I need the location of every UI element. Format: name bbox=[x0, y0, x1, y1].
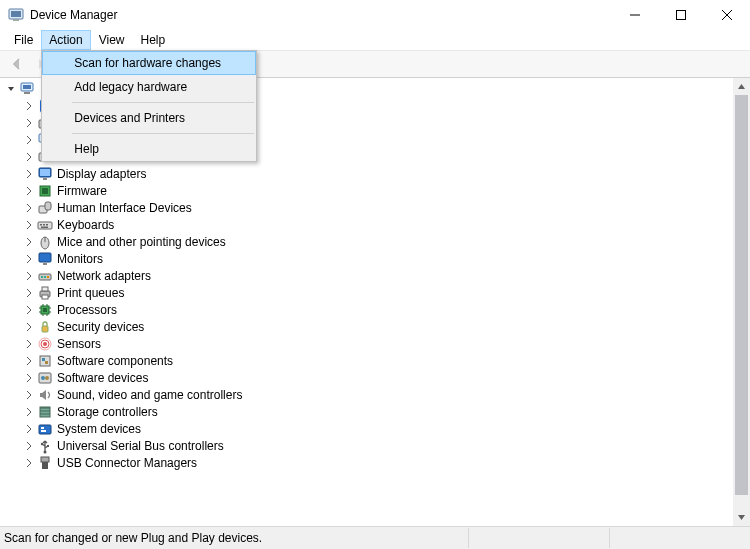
chevron-right-icon[interactable] bbox=[23, 423, 35, 435]
chevron-right-icon[interactable] bbox=[23, 287, 35, 299]
svg-rect-37 bbox=[41, 276, 43, 278]
svg-rect-68 bbox=[47, 445, 49, 447]
display-icon bbox=[37, 166, 53, 182]
svg-rect-65 bbox=[41, 427, 44, 429]
svg-rect-71 bbox=[42, 462, 48, 469]
tree-item-label: Monitors bbox=[57, 252, 103, 266]
svg-rect-1 bbox=[11, 11, 21, 17]
scroll-up-arrow[interactable] bbox=[733, 78, 750, 95]
tree-item[interactable]: Monitors bbox=[3, 250, 750, 267]
svg-point-61 bbox=[41, 376, 45, 380]
svg-rect-30 bbox=[46, 224, 48, 226]
menu-item-scan-hardware[interactable]: Scan for hardware changes bbox=[42, 51, 256, 75]
menu-action[interactable]: Action bbox=[41, 30, 90, 50]
tree-item[interactable]: Keyboards bbox=[3, 216, 750, 233]
chevron-right-icon[interactable] bbox=[23, 406, 35, 418]
chevron-right-icon[interactable] bbox=[23, 134, 35, 146]
chevron-right-icon[interactable] bbox=[23, 253, 35, 265]
svg-rect-21 bbox=[40, 169, 50, 176]
tree-item[interactable]: Firmware bbox=[3, 182, 750, 199]
chevron-right-icon[interactable] bbox=[23, 321, 35, 333]
tree-item-label: Storage controllers bbox=[57, 405, 158, 419]
svg-rect-39 bbox=[47, 276, 49, 278]
chevron-right-icon[interactable] bbox=[23, 304, 35, 316]
chevron-right-icon[interactable] bbox=[23, 440, 35, 452]
window-title: Device Manager bbox=[30, 8, 117, 22]
maximize-button[interactable] bbox=[658, 0, 704, 30]
security-icon bbox=[37, 319, 53, 335]
menubar: File Action View Help bbox=[0, 30, 750, 50]
back-button[interactable] bbox=[6, 53, 28, 75]
tree-item[interactable]: Human Interface Devices bbox=[3, 199, 750, 216]
menu-separator bbox=[72, 102, 254, 103]
scroll-down-arrow[interactable] bbox=[733, 509, 750, 526]
tree-item-label: Software components bbox=[57, 354, 173, 368]
chevron-right-icon[interactable] bbox=[23, 236, 35, 248]
cpu-icon bbox=[37, 302, 53, 318]
monitor-icon bbox=[37, 251, 53, 267]
svg-point-54 bbox=[43, 342, 47, 346]
svg-rect-8 bbox=[23, 85, 31, 89]
svg-rect-28 bbox=[40, 224, 42, 226]
chevron-right-icon[interactable] bbox=[23, 168, 35, 180]
svg-rect-24 bbox=[42, 188, 48, 194]
scroll-thumb[interactable] bbox=[735, 95, 748, 495]
tree-item[interactable]: Mice and other pointing devices bbox=[3, 233, 750, 250]
chevron-right-icon[interactable] bbox=[23, 151, 35, 163]
svg-rect-59 bbox=[45, 361, 48, 364]
tree-item-label: Security devices bbox=[57, 320, 144, 334]
tree-item[interactable]: Display adapters bbox=[3, 165, 750, 182]
mouse-icon bbox=[37, 234, 53, 250]
tree-item-label: Processors bbox=[57, 303, 117, 317]
action-dropdown: Scan for hardware changes Add legacy har… bbox=[41, 50, 257, 162]
menu-help[interactable]: Help bbox=[133, 30, 174, 50]
svg-rect-64 bbox=[39, 425, 51, 434]
vertical-scrollbar[interactable] bbox=[733, 78, 750, 526]
menu-item-help[interactable]: Help bbox=[42, 137, 256, 161]
tree-item[interactable]: Sound, video and game controllers bbox=[3, 386, 750, 403]
chevron-right-icon[interactable] bbox=[23, 185, 35, 197]
sound-icon bbox=[37, 387, 53, 403]
chevron-right-icon[interactable] bbox=[23, 372, 35, 384]
tree-item[interactable]: Software devices bbox=[3, 369, 750, 386]
minimize-button[interactable] bbox=[612, 0, 658, 30]
sensor-icon bbox=[37, 336, 53, 352]
svg-rect-58 bbox=[42, 358, 45, 361]
tree-item[interactable]: Network adapters bbox=[3, 267, 750, 284]
tree-item[interactable]: Software components bbox=[3, 352, 750, 369]
tree-item[interactable]: USB Connector Managers bbox=[3, 454, 750, 471]
close-button[interactable] bbox=[704, 0, 750, 30]
chevron-right-icon[interactable] bbox=[23, 202, 35, 214]
chevron-right-icon[interactable] bbox=[23, 338, 35, 350]
menu-item-add-legacy[interactable]: Add legacy hardware bbox=[42, 75, 256, 99]
tree-item[interactable]: System devices bbox=[3, 420, 750, 437]
chevron-right-icon[interactable] bbox=[23, 270, 35, 282]
swcomp-icon bbox=[37, 353, 53, 369]
chevron-right-icon[interactable] bbox=[23, 219, 35, 231]
tree-item[interactable]: Sensors bbox=[3, 335, 750, 352]
tree-item[interactable]: Processors bbox=[3, 301, 750, 318]
tree-item-label: System devices bbox=[57, 422, 141, 436]
svg-rect-31 bbox=[41, 226, 48, 228]
chevron-right-icon[interactable] bbox=[23, 100, 35, 112]
svg-rect-42 bbox=[42, 295, 48, 299]
tree-item[interactable]: Universal Serial Bus controllers bbox=[3, 437, 750, 454]
svg-rect-22 bbox=[43, 178, 47, 180]
hid-icon bbox=[37, 200, 53, 216]
tree-item-label: USB Connector Managers bbox=[57, 456, 197, 470]
tree-item-label: Display adapters bbox=[57, 167, 146, 181]
storage-icon bbox=[37, 404, 53, 420]
menu-file[interactable]: File bbox=[6, 30, 41, 50]
svg-rect-29 bbox=[43, 224, 45, 226]
menu-item-devices-printers[interactable]: Devices and Printers bbox=[42, 106, 256, 130]
tree-item[interactable]: Storage controllers bbox=[3, 403, 750, 420]
chevron-right-icon[interactable] bbox=[23, 117, 35, 129]
chevron-right-icon[interactable] bbox=[23, 457, 35, 469]
chevron-right-icon[interactable] bbox=[23, 389, 35, 401]
menu-view[interactable]: View bbox=[91, 30, 133, 50]
tree-item[interactable]: Print queues bbox=[3, 284, 750, 301]
svg-point-62 bbox=[45, 376, 49, 380]
chevron-down-icon[interactable] bbox=[5, 83, 17, 95]
chevron-right-icon[interactable] bbox=[23, 355, 35, 367]
tree-item[interactable]: Security devices bbox=[3, 318, 750, 335]
